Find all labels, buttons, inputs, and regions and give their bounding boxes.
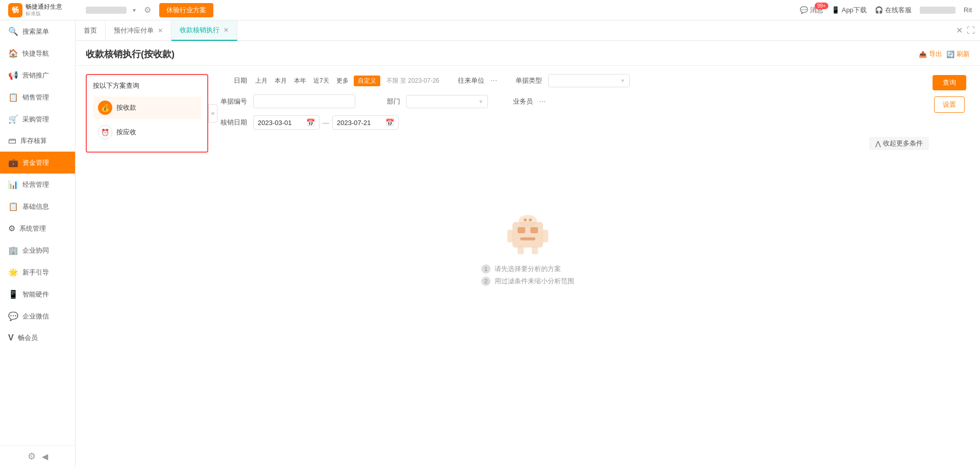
hint-text-2: 用过滤条件来缩小分析范围 [495,277,574,286]
sidebar-label-marketing: 营销推广 [22,71,49,80]
sidebar-item-purchase[interactable]: 🛒 采购管理 [0,108,75,130]
sidebar-item-corp[interactable]: 🏢 企业协同 [0,239,75,261]
sidebar-item-finance[interactable]: 💼 资金管理 [0,152,75,174]
tab-prepay[interactable]: 预付冲应付单 ✕ [106,20,172,41]
tab-receipt[interactable]: 收款核销执行 ✕ [172,20,237,41]
filter-option-by-receipt[interactable]: 💰 按收款 [93,96,201,119]
online-service-btn[interactable]: 🎧 在线客服 [875,6,912,15]
sidebar-item-inventory[interactable]: 🗃 库存核算 [0,130,75,152]
doc-type-label: 单据类型 [513,76,542,85]
chevron-up-icon: ⋀ [875,140,881,148]
gear-icon[interactable]: ⚙ [144,5,151,15]
sidebar-label-hardware: 智能硬件 [22,290,49,299]
filter-option-receivable-label: 按应收 [116,128,136,137]
verify-date-end[interactable]: 2023-07-21 📅 [332,115,399,130]
sidebar-settings-btn[interactable]: ⚙ [28,451,36,462]
filter-option-receipt-label: 按收款 [116,103,136,112]
date-7days-btn[interactable]: 近7天 [311,76,331,86]
sidebar-item-nav[interactable]: 🏠 快捷导航 [0,42,75,64]
filter-section: 按以下方案查询 💰 按收款 ⏰ 按应收 « [76,66,980,161]
empty-state: 1 请先选择要分析的方案 2 用过滤条件来缩小分析范围 [76,161,980,306]
tab-home[interactable]: 首页 [76,20,106,41]
tab-expand-icon[interactable]: ⛶ [967,26,975,35]
refresh-button[interactable]: 🔄 刷新 [946,50,970,59]
brand-main: 畅捷通好生意 [26,3,62,10]
tab-receipt-close[interactable]: ✕ [224,27,229,34]
filter-panel-collapse-btn[interactable]: « [208,104,217,122]
sidebar-item-guide[interactable]: 🌟 新手引导 [0,261,75,283]
tab-receipt-label: 收款核销执行 [180,26,219,35]
filter-right: 日期 上月 本月 本年 近7天 更多 自定义 不 [218,74,970,153]
hardware-icon: 📱 [8,289,18,299]
industry-button[interactable]: 休验行业方案 [159,3,213,17]
page-content: 收款核销执行(按收款) 📤 导出 🔄 刷新 按以下方案查询 [76,41,980,467]
sidebar-collapse-btn[interactable]: ◀ [42,452,48,461]
empty-hint-2: 2 用过滤条件来缩小分析范围 [481,277,574,286]
collapse-more-btn[interactable]: ⋀ 收起更多条件 [869,137,929,150]
date-last-month-btn[interactable]: 上月 [253,76,270,86]
verify-date-label: 核销日期 [218,118,247,127]
empty-hint-1: 1 请先选择要分析的方案 [481,264,574,274]
online-service-label: 在线客服 [885,6,912,15]
marketing-icon: 📢 [8,70,18,80]
user-info [920,7,955,14]
verify-date-range: 2023-03-01 📅 — 2023-07-21 📅 [253,115,399,130]
svg-rect-2 [530,227,538,233]
tab-close-all-icon[interactable]: ✕ [956,26,963,35]
export-button[interactable]: 📤 导出 [919,50,942,59]
doc-type-select[interactable]: ▾ [548,74,630,87]
date-this-month-btn[interactable]: 本月 [273,76,289,86]
filter-panel-title: 按以下方案查询 [93,81,201,90]
app-download-btn[interactable]: 📱 App下载 [831,6,867,15]
message-btn[interactable]: 💬 消息 99+ [800,6,823,15]
hint-num-1: 1 [481,264,491,274]
sidebar-label-system: 系统管理 [19,224,46,233]
date-more-btn[interactable]: 更多 [334,76,351,86]
tab-prepay-label: 预付冲应付单 [114,26,154,35]
tab-prepay-close[interactable]: ✕ [158,27,163,34]
sidebar-label-purchase: 采购管理 [22,115,49,124]
main-layout: 🔍 搜索菜单 🏠 快捷导航 📢 营销推广 📋 销售管理 🛒 采购管理 🗃 库存核… [0,20,980,467]
search-icon: 🔍 [8,27,18,36]
receipt-icon: 💰 [98,101,112,115]
tabs-bar: 首页 预付冲应付单 ✕ 收款核销执行 ✕ ✕ ⛶ [76,20,980,41]
sidebar-item-wechat[interactable]: 💬 企业微信 [0,305,75,327]
sidebar-item-system[interactable]: ⚙ 系统管理 [0,217,75,239]
sidebar-label-basic: 基础信息 [22,202,49,211]
collapse-more-label: 收起更多条件 [883,139,923,148]
sidebar: 🔍 搜索菜单 🏠 快捷导航 📢 营销推广 📋 销售管理 🛒 采购管理 🗃 库存核… [0,20,76,467]
sidebar-item-marketing[interactable]: 📢 营销推广 [0,64,75,86]
sidebar-item-hardware[interactable]: 📱 智能硬件 [0,283,75,305]
sidebar-bottom: ⚙ ◀ [0,445,75,467]
message-badge: 99+ [815,3,828,9]
app-icon: 📱 [831,6,840,14]
partner-label: 往来单位 [456,76,484,85]
tabs-right: ✕ ⛶ [956,26,980,35]
sidebar-item-member[interactable]: V 畅会员 [0,327,75,349]
salesperson-ellipsis[interactable]: ··· [539,97,546,106]
setting-button[interactable]: 设置 [934,96,965,113]
filter-option-by-receivable[interactable]: ⏰ 按应收 [93,121,201,143]
sidebar-item-operation[interactable]: 📊 经营管理 [0,174,75,195]
partner-ellipsis[interactable]: ··· [491,76,497,85]
sidebar-label-nav: 快捷导航 [22,49,49,58]
user-name: Rit [964,6,972,14]
date-label: 日期 [218,76,247,85]
member-icon: V [8,333,14,342]
doc-num-input[interactable] [253,94,355,108]
sidebar-item-search[interactable]: 🔍 搜索菜单 [0,20,75,42]
filter-row-1: 日期 上月 本月 本年 近7天 更多 自定义 不 [218,74,929,87]
export-label: 导出 [929,50,942,59]
dept-select[interactable]: ▾ [406,95,488,108]
app-logo: 畅 [8,3,22,17]
sidebar-item-sales[interactable]: 📋 销售管理 [0,86,75,108]
chevron-down-icon[interactable]: ▾ [133,7,136,14]
dept-label: 部门 [372,97,400,106]
verify-date-start[interactable]: 2023-03-01 📅 [253,115,320,130]
date-custom-btn[interactable]: 自定义 [354,76,380,86]
operation-icon: 📊 [8,180,18,189]
query-button[interactable]: 查询 [933,75,966,90]
sidebar-item-basic[interactable]: 📋 基础信息 [0,195,75,217]
basic-icon: 📋 [8,202,18,211]
date-this-year-btn[interactable]: 本年 [292,76,308,86]
